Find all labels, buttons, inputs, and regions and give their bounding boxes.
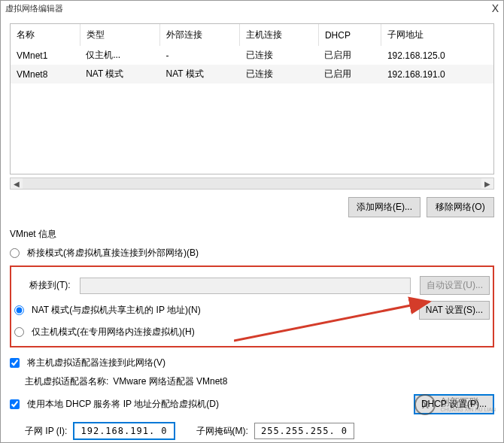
col-dhcp[interactable]: DHCP [318,24,381,46]
nat-mode-radio[interactable] [14,305,24,315]
watermark-name: 创新互联 [440,397,496,407]
vmnet-info-label: VMnet 信息 [10,228,494,241]
network-table: 名称 类型 外部连接 主机连接 DHCP 子网地址 VMnet1 仅主机... … [10,23,494,174]
subnet-mask-label: 子网掩码(M): [196,425,248,438]
host-adapter-name-value: VMware 网络适配器 VMnet8 [113,375,227,388]
dhcp-checkbox[interactable] [10,399,20,409]
scroll-right-icon[interactable]: ▶ [481,178,493,189]
watermark: X 创新互联 CHUANG XIN HU LIAN [414,394,496,415]
table-row[interactable]: VMnet1 仅主机... - 已连接 已启用 192.168.125.0 [11,46,493,65]
add-network-button[interactable]: 添加网络(E)... [348,197,421,217]
bridge-to-label: 桥接到(T): [29,279,71,292]
bridge-mode-label: 桥接模式(将虚拟机直接连接到外部网络)(B) [27,247,199,259]
auto-settings-button[interactable]: 自动设置(U)... [420,276,490,295]
titlebar: 虚拟网络编辑器 X [1,1,503,16]
nat-settings-button[interactable]: NAT 设置(S)... [419,301,490,320]
close-icon[interactable]: X [492,2,499,14]
subnet-ip-label: 子网 IP (I): [25,425,67,438]
table-header-row: 名称 类型 外部连接 主机连接 DHCP 子网地址 [11,24,493,46]
host-adapter-checkbox[interactable] [10,358,20,368]
table-row[interactable]: VMnet8 NAT 模式 NAT 模式 已连接 已启用 192.168.191… [11,65,493,83]
host-adapter-label: 将主机虚拟适配器连接到此网络(V) [27,357,165,369]
watermark-sub: CHUANG XIN HU LIAN [440,407,496,412]
col-subnet[interactable]: 子网地址 [381,24,493,46]
col-name[interactable]: 名称 [11,24,80,46]
bridge-to-dropdown[interactable] [80,278,411,294]
col-host[interactable]: 主机连接 [240,24,318,46]
host-adapter-name-label: 主机虚拟适配器名称: [25,375,108,388]
watermark-logo-icon: X [414,394,436,415]
highlighted-section: 桥接到(T): 自动设置(U)... NAT 模式(与虚拟机共享主机的 IP 地… [10,265,494,347]
col-type[interactable]: 类型 [80,24,159,46]
subnet-mask-input[interactable]: 255.255.255. 0 [254,423,354,439]
col-external[interactable]: 外部连接 [160,24,240,46]
nat-mode-label: NAT 模式(与虚拟机共享主机的 IP 地址)(N) [32,304,414,317]
scroll-left-icon[interactable]: ◀ [11,178,23,189]
remove-network-button[interactable]: 移除网络(O) [427,197,494,217]
window-title: 虚拟网络编辑器 [5,3,492,14]
hostonly-mode-radio[interactable] [14,327,24,337]
horizontal-scrollbar[interactable]: ◀ ▶ [10,178,494,190]
subnet-ip-input[interactable]: 192.168.191. 0 [73,422,175,440]
dhcp-label: 使用本地 DHCP 服务将 IP 地址分配给虚拟机(D) [27,398,409,411]
bridge-mode-radio[interactable] [10,248,20,258]
hostonly-mode-label: 仅主机模式(在专用网络内连接虚拟机)(H) [32,326,195,338]
scroll-track[interactable] [23,178,481,189]
